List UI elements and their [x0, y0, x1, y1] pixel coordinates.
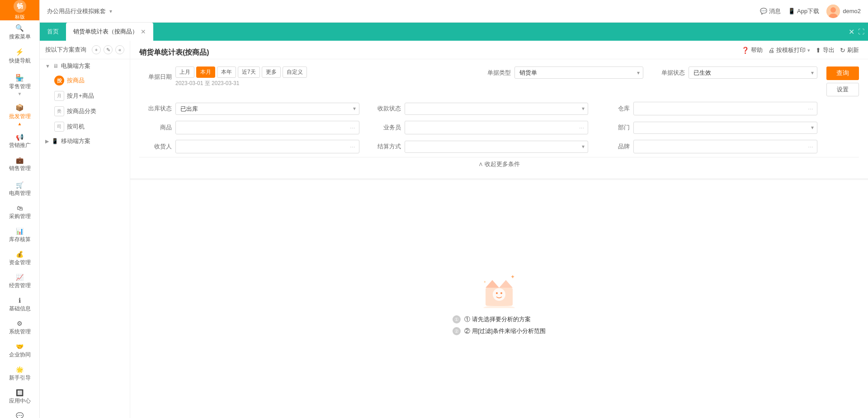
refresh-btn[interactable]: ↻ 刷新	[840, 46, 859, 54]
tab-report-close[interactable]: ✕	[141, 28, 146, 35]
brand-label: 品牌	[597, 142, 633, 151]
export-btn[interactable]: ⬆ 导出	[816, 46, 835, 54]
receiver-field[interactable]: ···	[175, 140, 359, 153]
main-layout: 按以下方案查询 + ✎ « ▼ 🖥 电脑端方案 按 按商品 月	[40, 41, 868, 418]
sidebar-item-marketing[interactable]: 📢 营销推广	[0, 130, 39, 153]
add-scheme-btn[interactable]: +	[92, 45, 101, 54]
tree-by-product[interactable]: 按 按商品	[51, 73, 130, 88]
sidebar-item-wechat[interactable]: 💬 企业微信	[0, 408, 39, 418]
empty-hints: ① ① 请先选择要分析的方案 ② ② 用[过滤]条件来缩小分析范围	[453, 315, 546, 335]
sidebar-item-purchase[interactable]: 🛍 采购管理	[0, 201, 39, 224]
receiver-label: 收货人	[139, 142, 175, 151]
sidebar-item-ecommerce[interactable]: 🛒 电商管理	[0, 178, 39, 201]
sidebar-item-sales[interactable]: 💼 销售管理	[0, 153, 39, 176]
logo-icon: 畅	[14, 0, 26, 13]
salesperson-dots[interactable]: ···	[579, 124, 585, 131]
finance-icon: 💰	[16, 251, 24, 258]
help-btn[interactable]: ❓ 帮助	[741, 46, 763, 54]
sidebar-item-inventory[interactable]: 📊 库存核算	[0, 224, 39, 247]
user-name: demo2	[843, 8, 861, 14]
sidebar-item-quicknav[interactable]: ⚡ 快捷导航	[0, 44, 39, 68]
print-btn[interactable]: 🖨 按模板打印 ▾	[768, 46, 810, 54]
export-label: 导出	[823, 46, 835, 54]
brand-dots[interactable]: ···	[808, 143, 813, 150]
tree-mobile[interactable]: ▶ 📱 移动端方案	[40, 134, 130, 148]
salesperson-field[interactable]: ···	[405, 121, 589, 134]
svg-text:✦: ✦	[483, 280, 486, 284]
doc-status-select[interactable]: 已生效	[689, 66, 817, 79]
sales-icon: 💼	[16, 157, 24, 164]
department-select[interactable]	[633, 122, 817, 134]
sidebar-item-finance[interactable]: 💰 资金管理	[0, 247, 39, 270]
sidebar-item-enterprise[interactable]: 🤝 企业协同	[0, 339, 39, 362]
collapse-btn[interactable]: ∧ 收起更多条件	[139, 157, 859, 171]
system-icon: ⚙	[17, 320, 23, 327]
sidebar-item-guide[interactable]: 🌟 新手引导	[0, 362, 39, 385]
date-btn-custom[interactable]: 自定义	[283, 66, 307, 78]
doc-type-select[interactable]: 销货单	[514, 66, 643, 79]
sidebar-item-basic[interactable]: ℹ 基础信息	[0, 293, 39, 316]
product-dots[interactable]: ···	[350, 124, 355, 131]
receiver-dots[interactable]: ···	[350, 143, 355, 150]
tree-by-category[interactable]: 类 按商品分类	[51, 104, 130, 119]
sidebar-item-retail[interactable]: 🏪 零售管理 ▼	[0, 70, 39, 100]
date-btn-this-year[interactable]: 本年	[217, 66, 236, 78]
settings-btn[interactable]: 设置	[826, 83, 859, 96]
active-dot: 按	[54, 76, 64, 86]
date-btn-last-month[interactable]: 上月	[175, 66, 194, 78]
tab-maximize-btn[interactable]: ⛶	[858, 28, 864, 35]
sidebar-item-operations[interactable]: 📈 经营管理	[0, 270, 39, 293]
wholesale-arrow: ▲	[18, 121, 22, 126]
date-btn-this-month[interactable]: 本月	[196, 66, 215, 78]
sidebar-item-system[interactable]: ⚙ 系统管理	[0, 316, 39, 339]
warehouse-dots[interactable]: ···	[808, 105, 813, 112]
sidebar-item-apps[interactable]: 🔲 应用中心	[0, 385, 39, 408]
month-icon: 月	[54, 91, 64, 101]
payment-status-select[interactable]	[405, 103, 589, 115]
settlement-select[interactable]	[405, 141, 589, 153]
settlement-label: 结算方式	[368, 142, 405, 151]
topbar-left: 办公用品行业模拟账套 ▾	[47, 7, 112, 15]
edit-scheme-btn[interactable]: ✎	[104, 45, 113, 54]
sidebar-item-search[interactable]: 🔍 搜索菜单	[0, 20, 39, 44]
ecommerce-icon: 🛒	[16, 181, 24, 189]
print-icon: 🖨	[768, 47, 774, 54]
filter-area: 单据日期 上月 本月 本年 近7天 更多 自定义 2023-03-01 至 20…	[130, 59, 868, 178]
message-label: 消息	[769, 7, 781, 15]
app-download-btn[interactable]: 📱 App下载	[788, 7, 819, 15]
company-dropdown-arrow[interactable]: ▾	[109, 8, 112, 14]
left-panel: 按以下方案查询 + ✎ « ▼ 🖥 电脑端方案 按 按商品 月	[40, 41, 130, 418]
date-btn-7days[interactable]: 近7天	[238, 66, 260, 78]
download-icon: 📱	[788, 8, 795, 14]
salesperson-label: 业务员	[368, 124, 405, 132]
warehouse-label: 仓库	[597, 104, 633, 113]
user-profile[interactable]: demo2	[826, 5, 861, 18]
print-label: 按模板打印	[776, 46, 806, 54]
tab-report[interactable]: 销货单统计表（按商品） ✕	[66, 23, 153, 41]
sidebar-label-enterprise: 企业协同	[9, 351, 31, 359]
tab-close-btn[interactable]: ✕	[849, 28, 854, 36]
svg-text:✦: ✦	[510, 274, 515, 280]
logo[interactable]: 畅 标版	[0, 0, 39, 20]
refresh-label: 刷新	[847, 46, 859, 54]
sidebar: 畅 标版 🔍 搜索菜单 ⚡ 快捷导航 🏪 零售管理 ▼ 📦 批发管理 ▲ 📢 营…	[0, 0, 40, 418]
collapse-panel-btn[interactable]: «	[115, 45, 124, 54]
warehouse-field[interactable]: ···	[633, 102, 817, 115]
brand-field[interactable]: ···	[633, 140, 817, 153]
sidebar-item-wholesale[interactable]: 📦 批发管理 ▲	[0, 100, 39, 130]
warehouse-status-select[interactable]: 已出库	[175, 103, 359, 115]
date-btn-more[interactable]: 更多	[262, 66, 281, 78]
pc-icon: 🖥	[53, 63, 58, 69]
mobile-icon: 📱	[52, 138, 58, 144]
product-field[interactable]: ···	[175, 121, 359, 134]
by-month-product-label: 按月+商品	[67, 92, 124, 100]
warehouse-status-wrapper: 已出库	[175, 103, 359, 115]
message-btn[interactable]: 💬 消息	[760, 7, 781, 15]
warehouse-status-label: 出库状态	[139, 104, 175, 113]
tab-home[interactable]: 首页	[40, 23, 66, 41]
pc-arrow: ▼	[45, 63, 50, 69]
query-btn[interactable]: 查询	[826, 66, 859, 80]
tree-pc[interactable]: ▼ 🖥 电脑端方案	[40, 59, 130, 73]
tree-by-supplier[interactable]: 司 按司机	[51, 119, 130, 134]
tree-by-month-product[interactable]: 月 按月+商品	[51, 88, 130, 104]
